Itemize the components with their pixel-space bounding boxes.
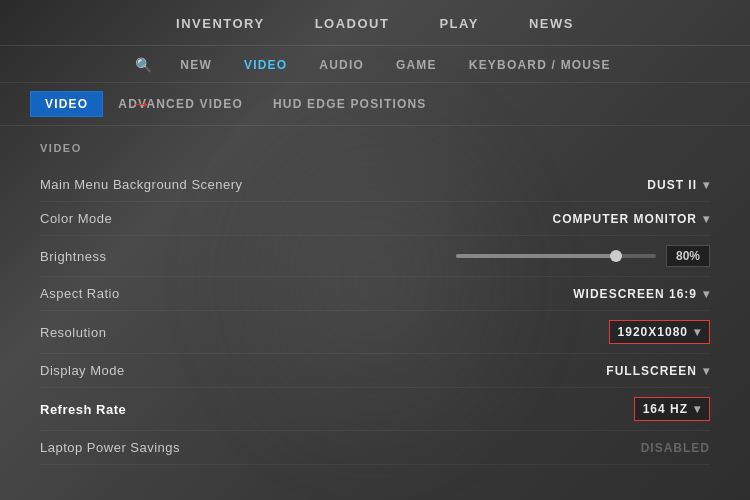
setting-value-main-menu-bg[interactable]: DUST II▾ [647,178,710,192]
setting-value-text-refresh-rate: 164 HZ [643,402,688,416]
second-nav: 🔍NEWVIDEOAUDIOGAMEKEYBOARD / MOUSE [0,46,750,83]
setting-value-text-resolution: 1920X1080 [618,325,688,339]
setting-value-text-display-mode: FULLSCREEN [606,364,697,378]
third-nav-item-video[interactable]: VIDEO [30,91,103,117]
second-nav-item-new[interactable]: NEW [176,56,216,74]
second-nav-item-keyboard-mouse[interactable]: KEYBOARD / MOUSE [465,56,615,74]
setting-value-display-mode[interactable]: FULLSCREEN▾ [606,364,710,378]
setting-row-aspect-ratio: Aspect RatioWIDESCREEN 16:9▾ [40,277,710,311]
setting-row-main-menu-bg: Main Menu Background SceneryDUST II▾ [40,168,710,202]
brightness-value: 80% [666,245,710,267]
setting-label-laptop-power: Laptop Power Savings [40,440,180,455]
brightness-control[interactable]: 80% [456,245,710,267]
setting-label-color-mode: Color Mode [40,211,112,226]
chevron-down-icon-refresh-rate: ▾ [694,402,701,416]
setting-value-refresh-rate[interactable]: 164 HZ▾ [634,397,710,421]
chevron-down-icon-display-mode: ▾ [703,364,710,378]
chevron-down-icon-color-mode: ▾ [703,212,710,226]
brightness-slider-thumb [610,250,622,262]
setting-value-color-mode[interactable]: COMPUTER MONITOR▾ [553,212,710,226]
chevron-down-icon-resolution: ▾ [694,325,701,339]
brightness-slider-fill [456,254,616,258]
setting-value-text-aspect-ratio: WIDESCREEN 16:9 [573,287,697,301]
setting-value-text-main-menu-bg: DUST II [647,178,697,192]
setting-label-display-mode: Display Mode [40,363,125,378]
setting-row-display-mode: Display ModeFULLSCREEN▾ [40,354,710,388]
setting-label-main-menu-bg: Main Menu Background Scenery [40,177,243,192]
setting-value-resolution[interactable]: 1920X1080▾ [609,320,710,344]
brightness-slider-track[interactable] [456,254,656,258]
search-icon[interactable]: 🔍 [135,57,152,73]
settings-area: Video Main Menu Background SceneryDUST I… [0,126,750,465]
third-nav-item-hud-edge[interactable]: HUD EDGE POSITIONS [258,91,442,117]
second-nav-item-game[interactable]: GAME [392,56,441,74]
second-nav-item-audio[interactable]: AUDIO [315,56,368,74]
third-nav-item-advanced-video[interactable]: ADVANCED VIDEO [103,91,258,117]
section-label: Video [40,142,710,154]
top-nav-item-play[interactable]: PLAY [439,14,478,33]
setting-row-color-mode: Color ModeCOMPUTER MONITOR▾ [40,202,710,236]
chevron-down-icon-main-menu-bg: ▾ [703,178,710,192]
top-nav-item-inventory[interactable]: INVENTORY [176,14,265,33]
top-nav-item-loadout[interactable]: LOADOUT [315,14,390,33]
setting-value-laptop-power: DISABLED [641,441,710,455]
setting-label-brightness: Brightness [40,249,106,264]
setting-row-refresh-rate: Refresh Rate164 HZ▾ [40,388,710,431]
setting-label-aspect-ratio: Aspect Ratio [40,286,120,301]
top-nav-item-news[interactable]: NEWS [529,14,574,33]
third-nav: → VIDEOADVANCED VIDEOHUD EDGE POSITIONS [0,83,750,126]
second-nav-item-video[interactable]: VIDEO [240,56,291,74]
arrow-indicator: → [130,93,152,115]
setting-row-resolution: Resolution1920X1080▾ [40,311,710,354]
setting-row-brightness: Brightness80% [40,236,710,277]
chevron-down-icon-aspect-ratio: ▾ [703,287,710,301]
setting-label-refresh-rate: Refresh Rate [40,402,126,417]
setting-row-laptop-power: Laptop Power SavingsDISABLED [40,431,710,465]
setting-label-resolution: Resolution [40,325,106,340]
top-nav: INVENTORYLOADOUTPLAYNEWS [0,0,750,46]
setting-value-aspect-ratio[interactable]: WIDESCREEN 16:9▾ [573,287,710,301]
settings-list: Main Menu Background SceneryDUST II▾Colo… [40,168,710,465]
setting-value-text-color-mode: COMPUTER MONITOR [553,212,697,226]
